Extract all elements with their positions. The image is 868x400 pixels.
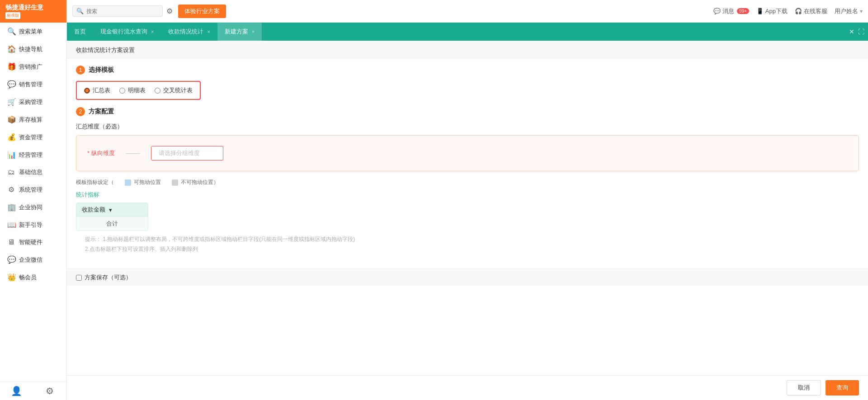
tab-new-plan[interactable]: 新建方案× bbox=[217, 23, 262, 41]
step2-label: 方案配置 bbox=[89, 108, 114, 116]
save-checkbox[interactable] bbox=[76, 275, 82, 281]
tab-close-bank-flow[interactable]: × bbox=[151, 29, 154, 34]
save-checkbox-label[interactable]: 方案保存（可选） bbox=[76, 273, 132, 282]
sidebar-item-marketing[interactable]: 🎁营销推广 bbox=[0, 58, 66, 75]
template-option-summary[interactable]: 汇总表 bbox=[84, 86, 110, 94]
tab-bank-flow[interactable]: 现金银行流水查询× bbox=[93, 23, 161, 41]
topbar-right: 💬 消息 99+ 📱 App下载 🎧 在线客服 用户姓名 ▾ bbox=[713, 7, 863, 15]
user-dropdown-icon: ▾ bbox=[860, 8, 863, 14]
step1-label: 选择模板 bbox=[89, 66, 114, 74]
download-btn[interactable]: 📱 App下载 bbox=[756, 7, 788, 15]
step2-section: 2 方案配置 汇总维度（必选） * 纵向维度 —— 请选择分组维度 模板指标设定 bbox=[67, 107, 868, 268]
step2-title: 2 方案配置 bbox=[76, 107, 859, 116]
download-label: App下载 bbox=[765, 7, 788, 15]
sidebar-item-label-sales: 销售管理 bbox=[19, 80, 42, 89]
operations-icon: 📊 bbox=[7, 151, 15, 159]
metrics-column-header[interactable]: 收款金额 ▾ bbox=[76, 203, 148, 217]
template-radio-detail[interactable] bbox=[119, 88, 125, 94]
marketing-icon: 🎁 bbox=[7, 62, 15, 71]
template-radio-cross[interactable] bbox=[155, 88, 160, 94]
draggable-label: 可拖动位置 bbox=[134, 179, 161, 186]
tabs-right: ✕ ⛶ bbox=[849, 28, 868, 35]
notification-label: 消息 bbox=[722, 7, 734, 15]
member-icon: 👑 bbox=[7, 273, 15, 282]
non-draggable-label: 不可拖动位置） bbox=[181, 179, 219, 186]
sidebar-item-label-member: 畅会员 bbox=[19, 273, 37, 282]
tab-label-bank-flow: 现金银行流水查询 bbox=[100, 28, 147, 36]
industry-btn[interactable]: 体验行业方案 bbox=[178, 5, 226, 18]
enterprise-icon: 🏢 bbox=[7, 203, 15, 212]
dimension-group-title: 汇总维度（必选） bbox=[76, 122, 859, 131]
content-area: 收款情况统计方案设置 1 选择模板 汇总表 明细表 交叉统计表 bbox=[67, 41, 868, 375]
sidebar-item-system[interactable]: ⚙系统管理 bbox=[0, 181, 66, 198]
draggable-indicator: 可拖动位置 bbox=[125, 179, 161, 186]
tab-collection-stat[interactable]: 收款情况统计× bbox=[161, 23, 217, 41]
tab-label-home: 首页 bbox=[74, 28, 86, 36]
template-radio-summary[interactable] bbox=[84, 88, 90, 94]
metrics-section: 模板指标设定（ 可拖动位置 不可拖动位置） 统计指标 收款金额 bbox=[76, 179, 859, 231]
smart-hw-icon: 🖥 bbox=[7, 238, 15, 246]
tip-1: 提示： 1.拖动标题栏可以调整布局，不可跨维度或指标区域拖动栏目字段(只能在同一… bbox=[85, 235, 850, 245]
sidebar-item-quick-nav[interactable]: 🏠快捷导航 bbox=[0, 40, 66, 58]
topbar-search-box[interactable]: 🔍 bbox=[72, 5, 163, 17]
sidebar-item-purchase[interactable]: 🛒采购管理 bbox=[0, 93, 66, 111]
inventory-icon: 📦 bbox=[7, 115, 15, 124]
quick-nav-icon: 🏠 bbox=[7, 45, 15, 53]
tab-close-new-plan[interactable]: × bbox=[252, 29, 255, 34]
settings-icon[interactable]: ⚙ bbox=[166, 7, 173, 15]
sidebar-item-enterprise[interactable]: 🏢企业协同 bbox=[0, 198, 66, 216]
sidebar-settings[interactable]: ⚙ bbox=[33, 382, 67, 400]
draggable-dot bbox=[125, 179, 131, 186]
sidebar-item-smart-hw[interactable]: 🖥智能硬件 bbox=[0, 234, 66, 251]
sidebar-item-label-operations: 经营管理 bbox=[19, 151, 42, 159]
template-options-box: 汇总表 明细表 交叉统计表 bbox=[76, 81, 201, 100]
user-name: 用户姓名 bbox=[835, 7, 858, 15]
sidebar-item-funds[interactable]: 💰资金管理 bbox=[0, 128, 66, 146]
sidebar-user-avatar[interactable]: 👤 bbox=[0, 382, 33, 400]
step2-number: 2 bbox=[76, 107, 85, 116]
page-title: 收款情况统计方案设置 bbox=[76, 47, 135, 53]
dim-arrow-icon: —— bbox=[126, 149, 140, 157]
expand-icon[interactable]: ⛶ bbox=[858, 28, 864, 35]
search-input[interactable] bbox=[86, 8, 150, 14]
sidebar-bottom: 👤 ⚙ bbox=[0, 381, 66, 400]
notification-btn[interactable]: 💬 消息 99+ bbox=[713, 7, 749, 15]
sidebar-item-wechat[interactable]: 💬企业微信 bbox=[0, 251, 66, 268]
cancel-button[interactable]: 取消 bbox=[787, 380, 821, 395]
tab-close-collection-stat[interactable]: × bbox=[207, 29, 210, 34]
sidebar-item-member[interactable]: 👑畅会员 bbox=[0, 268, 66, 286]
template-label-cross: 交叉统计表 bbox=[163, 86, 193, 94]
sidebar-item-label-funds: 资金管理 bbox=[19, 133, 42, 141]
template-option-cross[interactable]: 交叉统计表 bbox=[155, 86, 193, 94]
sidebar-item-inventory[interactable]: 📦库存核算 bbox=[0, 111, 66, 128]
search-icon: 🔍 bbox=[76, 8, 84, 14]
tip-2: 2.点击标题栏下拉可设置排序、插入列和删除列 bbox=[85, 245, 850, 254]
bottom-bar: 取消 查询 bbox=[67, 375, 868, 400]
search-icon: 🔍 bbox=[7, 27, 15, 36]
sidebar-item-search[interactable]: 🔍搜索菜单 bbox=[0, 23, 66, 40]
metrics-column-dropdown-icon[interactable]: ▾ bbox=[109, 207, 112, 213]
sidebar-item-label-system: 系统管理 bbox=[19, 186, 42, 194]
sidebar-items: 🔍搜索菜单🏠快捷导航🎁营销推广💬销售管理🛒采购管理📦库存核算💰资金管理📊经营管理… bbox=[0, 23, 66, 286]
dimension-area: * 纵向维度 —— 请选择分组维度 bbox=[76, 135, 859, 171]
sidebar-item-operations[interactable]: 📊经营管理 bbox=[0, 146, 66, 164]
service-btn[interactable]: 🎧 在线客服 bbox=[795, 7, 827, 15]
query-button[interactable]: 查询 bbox=[826, 380, 859, 395]
sidebar-item-basic-info[interactable]: 🗂基础信息 bbox=[0, 164, 66, 181]
sidebar-item-sales[interactable]: 💬销售管理 bbox=[0, 75, 66, 93]
template-option-detail[interactable]: 明细表 bbox=[119, 86, 146, 94]
sidebar-item-guide[interactable]: 📖新手引导 bbox=[0, 216, 66, 234]
close-window-icon[interactable]: ✕ bbox=[849, 28, 854, 35]
metrics-total-cell: 合计 bbox=[76, 217, 148, 231]
metrics-column-label: 收款金额 bbox=[82, 206, 105, 214]
save-label-text: 方案保存（可选） bbox=[85, 273, 132, 282]
purchase-icon: 🛒 bbox=[7, 98, 15, 106]
dimension-input[interactable]: 请选择分组维度 bbox=[151, 146, 223, 160]
tab-home[interactable]: 首页 bbox=[67, 23, 93, 41]
footer-section: 方案保存（可选） bbox=[67, 268, 868, 286]
step1-section: 1 选择模板 汇总表 明细表 交叉统计表 bbox=[67, 58, 868, 107]
user-menu[interactable]: 用户姓名 ▾ bbox=[835, 7, 863, 15]
tips-section: 提示： 1.拖动标题栏可以调整布局，不可跨维度或指标区域拖动栏目字段(只能在同一… bbox=[76, 231, 859, 261]
sidebar-item-label-basic-info: 基础信息 bbox=[19, 168, 42, 176]
metrics-table-title: 统计指标 bbox=[76, 191, 859, 199]
